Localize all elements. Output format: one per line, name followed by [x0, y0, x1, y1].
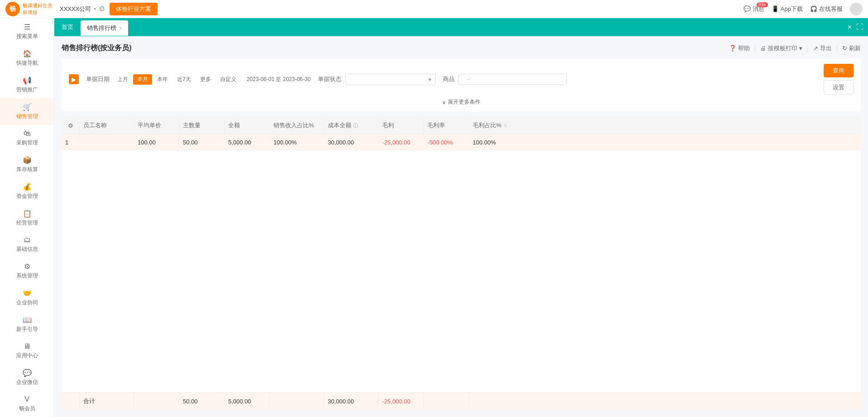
table-settings-icon[interactable]: ⚙	[62, 117, 80, 134]
col-header-gross-profit: 毛利	[379, 117, 424, 134]
date-tab-more[interactable]: 更多	[196, 74, 215, 85]
settings-button[interactable]: 设置	[824, 80, 854, 95]
cell-avg-price: 100.00	[134, 134, 179, 150]
home-icon: 🏠	[23, 49, 32, 58]
divider2: |	[807, 45, 808, 52]
sidebar-item-marketing[interactable]: 📢 营销推广	[0, 72, 54, 98]
filter-row: ▶ 单据日期 上月 本月 本年 近7天 更多 自定义	[69, 64, 854, 95]
refresh-button[interactable]: ↻ 刷新	[842, 44, 861, 53]
chevron-down-icon: ▾	[799, 45, 802, 52]
date-tab-7days[interactable]: 近7天	[173, 74, 195, 85]
col-header-name: 员工名称	[80, 117, 134, 134]
refresh-icon: ↻	[842, 45, 847, 52]
sidebar-item-wechat[interactable]: 💬 企业微信	[0, 364, 54, 391]
status-select[interactable]: ▾	[345, 74, 436, 85]
date-tab-custom[interactable]: 自定义	[216, 74, 240, 85]
sidebar-item-member[interactable]: V 畅会员	[0, 391, 54, 417]
folder-icon: 🗂	[24, 236, 31, 244]
query-button[interactable]: 查询	[824, 64, 854, 77]
export-icon: ↗	[813, 45, 818, 52]
top-bar: 畅 畅康通好生意 标准版 XXXXX公司 ▾ ⚙ 体验行业方案 💬 消息 99+…	[0, 0, 868, 18]
message-icon: 💬	[743, 5, 751, 12]
info-icon[interactable]: ⓘ	[353, 122, 358, 129]
footer-gross-pct	[469, 393, 514, 410]
chat-icon: 💬	[23, 369, 32, 377]
table-body: 1 100.00 50.00 5,000.00 100.00% 30,000.0…	[62, 134, 861, 392]
right-buttons: 查询 设置	[824, 64, 854, 95]
settings-icon[interactable]: ⚙	[99, 5, 105, 13]
expand-conditions-button[interactable]: ∨ 展开更多条件	[442, 98, 480, 106]
tab-minimize-icon[interactable]: ×	[848, 23, 852, 31]
col-header-amount: 全额	[225, 117, 270, 134]
sidebar-item-finance[interactable]: 💰 资金管理	[0, 178, 54, 205]
sidebar-item-basic[interactable]: 🗂 基础信息	[0, 231, 54, 258]
table-wrapper: ⚙ 员工名称 平均单价 主数量 全额	[62, 117, 861, 410]
col-header-cost-amount: 成本全额 ⓘ	[324, 117, 379, 134]
tab-sales-ranking[interactable]: 销售排行榜 ×	[81, 20, 128, 36]
goods-input[interactable]: ···	[458, 74, 567, 85]
gear-icon: ⚙	[24, 262, 30, 271]
page-content: 销售排行榜(按业务员) ❓ 帮助 | 🖨 按模板打印 ▾ |	[54, 36, 868, 417]
page-title: 销售排行榜(按业务员)	[62, 43, 132, 53]
date-tab-this-month[interactable]: 本月	[133, 74, 152, 85]
cell-rank: 1	[62, 134, 80, 150]
sidebar-item-operation[interactable]: 📋 经营管理	[0, 205, 54, 231]
export-button[interactable]: ↗ 导出	[813, 44, 832, 53]
date-tab-last-month[interactable]: 上月	[113, 74, 132, 85]
footer-amount: 5,000.00	[225, 393, 270, 410]
col-header-avg-price: 平均单价	[134, 117, 179, 134]
cell-main-qty: 50.00	[179, 134, 225, 150]
col-header-sales-pct: 销售收入占比%	[270, 117, 324, 134]
box-icon: 📦	[23, 156, 32, 164]
sidebar-item-purchase[interactable]: 🛍 采购管理	[0, 125, 54, 151]
col-header-main-qty: 主数量	[179, 117, 225, 134]
filter-toggle-button[interactable]: ▶	[69, 74, 79, 84]
footer-cost-amount: 30,000.00	[324, 393, 379, 410]
sort-icon[interactable]: ⇅	[504, 123, 507, 128]
sidebar-item-sales[interactable]: 🛒 销售管理	[0, 98, 54, 125]
sidebar-item-shortcut[interactable]: 🏠 快捷导航	[0, 45, 54, 72]
chevron-down-icon: ▾	[94, 6, 96, 11]
sidebar-item-system[interactable]: ⚙ 系统管理	[0, 258, 54, 284]
table-header: ⚙ 员工名称 平均单价 主数量 全额	[62, 117, 861, 134]
bag-icon: 🛍	[24, 129, 31, 138]
footer-gross-profit: -25,000.00	[379, 393, 424, 410]
goods-filter: 商品 ···	[443, 74, 567, 85]
date-tab-this-year[interactable]: 本年	[153, 74, 172, 85]
tab-close-icon[interactable]: ×	[119, 25, 122, 31]
print-icon: 🖨	[760, 45, 766, 52]
handshake-icon: 🤝	[23, 289, 32, 297]
tab-maximize-icon[interactable]: ⛶	[856, 23, 863, 31]
sidebar-item-inventory[interactable]: 📦 库存核算	[0, 151, 54, 178]
template-print-button[interactable]: 🖨 按模板打印 ▾	[760, 44, 802, 53]
monitor-icon: 🖥	[24, 342, 31, 350]
date-range: 2023-06-01 至 2023-06-30	[247, 76, 311, 83]
sidebar-item-collab[interactable]: 🤝 企业协同	[0, 284, 54, 311]
company-name: XXXXX公司	[60, 5, 91, 13]
company-selector[interactable]: XXXXX公司 ▾	[60, 5, 96, 13]
footer-empty	[62, 393, 80, 410]
logo-text: 畅康通好生意 标准版	[23, 2, 53, 15]
page-actions: ❓ 帮助 | 🖨 按模板打印 ▾ | ↗ 导出	[729, 44, 861, 53]
footer-main-qty: 50.00	[179, 393, 225, 410]
more-icon[interactable]: ···	[466, 76, 470, 82]
date-label: 单据日期	[86, 75, 110, 83]
trial-button[interactable]: 体验行业方案	[110, 3, 158, 15]
col-header-gross-rate: 毛利率	[424, 117, 469, 134]
cell-gross-profit: -25,000.00	[379, 134, 424, 150]
message-badge: 99+	[757, 2, 768, 7]
main-area: ☰ 搜索菜单 🏠 快捷导航 📢 营销推广 🛒 销售管理 🛍 采购管理 📦	[0, 18, 868, 417]
cell-amount: 5,000.00	[225, 134, 270, 150]
online-service-button[interactable]: 🎧 在线客服	[810, 5, 843, 13]
sidebar-item-search[interactable]: ☰ 搜索菜单	[0, 18, 54, 45]
sidebar-item-guide[interactable]: 📖 新手引导	[0, 311, 54, 338]
avatar[interactable]	[850, 3, 863, 15]
sidebar-item-appstore[interactable]: 🖥 应用中心	[0, 338, 54, 364]
help-button[interactable]: ❓ 帮助	[729, 44, 750, 53]
message-button[interactable]: 💬 消息 99+	[743, 5, 764, 13]
tab-home[interactable]: 首页	[54, 18, 81, 36]
col-header-gross-pct: 毛利占比% ⇅	[469, 117, 514, 134]
megaphone-icon: 📢	[23, 76, 32, 85]
status-filter: 单据状态 ▾	[318, 74, 436, 85]
app-download-button[interactable]: 📱 App下载	[772, 5, 803, 13]
